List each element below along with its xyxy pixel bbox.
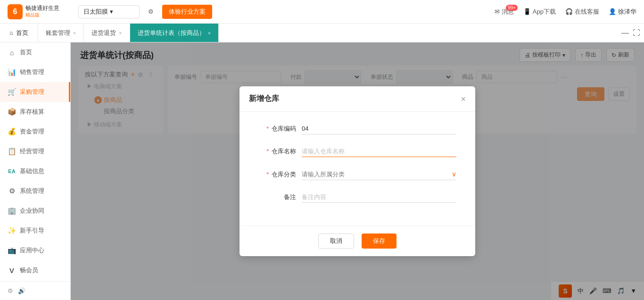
store-name: 日太阳膜 [83,8,108,16]
tab-bar: ⌂ 首页 账套管理 × 进货退货 × 进货单统计表（按商品） × — ⛶ [0,24,644,42]
modal-overlay[interactable]: 新增仓库 × * 仓库编码 * [71,42,644,300]
main-layout: ⌂ 首页 📊 销售管理 🛒 采购管理 📦 库存核算 💰 资金管理 📋 经营管理 … [0,42,644,300]
gear-icon: ⚙ [148,8,154,15]
form-row-category: * 仓库分类 ∨ [258,168,456,180]
form-category-label: * 仓库分类 [258,170,296,179]
brand-text: 畅捷通好生意 精品版 [25,5,59,19]
message-btn[interactable]: ✉ 消息 99+ [495,8,514,16]
gear-button[interactable]: ⚙ [143,4,158,19]
sidebar-item-app-center[interactable]: 📺 应用中心 [0,241,70,260]
tab-minimize-icon[interactable]: — [621,29,629,37]
tab-purchase-return[interactable]: 进货退货 × [84,24,130,42]
tab-bar-controls: — ⛶ [621,24,644,42]
mobile-icon: 📱 [523,8,531,15]
sidebar-item-system[interactable]: ⚙ 系统管理 [0,181,70,201]
modal-footer: 取消 保存 [239,225,475,256]
sidebar-operations-label: 经营管理 [20,147,44,156]
user-name-label: 徐泽华 [618,8,636,16]
tab-expand-icon[interactable]: ⛶ [633,29,640,37]
content-area: 进货单统计(按商品) 🖨 按模板打印 ▾ ↑ 导出 ↻ 刷新 [71,42,644,300]
home-icon: ⌂ [9,29,13,36]
warehouse-code-input[interactable] [302,123,456,134]
tab-home-label: 首页 [16,29,28,37]
app-center-icon: 📺 [8,246,16,255]
member-icon: V [8,266,16,275]
tab-accounts-label: 账套管理 [46,29,70,37]
tab-purchase-return-close-icon[interactable]: × [119,30,122,36]
modal-title: 新增仓库 [249,94,279,104]
inventory-icon: 📦 [8,108,16,116]
system-icon: ⚙ [8,187,16,195]
beginner-icon: ✨ [8,226,16,235]
sidebar-item-enterprise[interactable]: 🏢 企业协同 [0,201,70,221]
sidebar-system-label: 系统管理 [20,187,44,195]
sidebar-item-purchase[interactable]: 🛒 采购管理 [0,82,70,102]
category-arrow-icon: ∨ [452,170,456,178]
form-row-code: * 仓库编码 [258,123,456,134]
notification-badge: 99+ [506,5,518,11]
tab-purchase-return-label: 进货退货 [91,29,116,37]
tab-purchase-stats[interactable]: 进货单统计表（按商品） × [130,24,219,42]
form-name-label: * 仓库名称 [258,147,296,156]
sidebar: ⌂ 首页 📊 销售管理 🛒 采购管理 📦 库存核算 💰 资金管理 📋 经营管理 … [0,42,71,300]
sidebar-item-member[interactable]: V 畅会员 [0,260,70,280]
warehouse-remark-input[interactable] [302,192,456,203]
store-selector[interactable]: 日太阳膜 ▾ [78,5,140,18]
required-star-name: * [266,148,269,155]
purchase-icon: 🛒 [8,88,16,96]
app-download-btn[interactable]: 📱 App下载 [523,8,556,16]
sidebar-member-label: 畅会员 [20,266,38,275]
warehouse-name-input[interactable] [302,146,456,157]
sidebar-item-operations[interactable]: 📋 经营管理 [0,142,70,161]
warehouse-category-select[interactable]: ∨ [302,168,456,180]
sidebar-app-center-label: 应用中心 [20,246,44,255]
basic-info-icon: EA [8,167,16,175]
top-right-area: ✉ 消息 99+ 📱 App下载 🎧 在线客服 👤 徐泽华 [495,8,636,16]
enterprise-icon: 🏢 [8,207,16,215]
settings-bottom-icon[interactable]: ⚙ [8,287,13,294]
sidebar-home-label: 首页 [20,48,32,57]
trial-button[interactable]: 体验行业方案 [162,5,212,19]
headset-icon: 🎧 [565,8,573,15]
sidebar-enterprise-label: 企业协同 [20,207,44,215]
sidebar-item-sales[interactable]: 📊 销售管理 [0,62,70,82]
tab-home[interactable]: ⌂ 首页 [0,24,38,42]
online-service-btn[interactable]: 🎧 在线客服 [565,8,599,16]
brand-sub: 精品版 [25,12,59,18]
required-star-category: * [266,171,269,178]
user-avatar-icon: 👤 [609,8,616,15]
operations-icon: 📋 [8,147,16,156]
user-profile-btn[interactable]: 👤 徐泽华 [609,8,636,16]
message-icon: ✉ [495,8,500,15]
modal-body: * 仓库编码 * 仓库名称 [239,112,475,225]
sidebar-item-beginner[interactable]: ✨ 新手引导 [0,221,70,241]
category-input[interactable] [302,171,452,178]
tab-accounts-close-icon[interactable]: × [73,30,76,36]
sidebar-item-inventory[interactable]: 📦 库存核算 [0,102,70,122]
online-service-label: 在线客服 [575,8,599,16]
finance-icon: 💰 [8,127,16,136]
sidebar-bottom: ⚙ 🔊 [0,281,70,300]
sidebar-sales-label: 销售管理 [20,68,44,76]
sidebar-basic-info-label: 基础信息 [20,167,44,175]
sidebar-item-finance[interactable]: 💰 资金管理 [0,122,70,142]
app-logo-icon: 6 [8,4,23,19]
cancel-button[interactable]: 取消 [318,233,354,249]
add-warehouse-modal: 新增仓库 × * 仓库编码 * [239,86,475,256]
sales-icon: 📊 [8,68,16,76]
tab-purchase-stats-label: 进货单统计表（按商品） [138,29,205,37]
app-download-label: App下载 [533,8,556,16]
tab-purchase-stats-close-icon[interactable]: × [208,30,211,36]
store-chevron-icon: ▾ [110,8,113,15]
sidebar-item-basic-info[interactable]: EA 基础信息 [0,161,70,181]
tab-accounts[interactable]: 账套管理 × [38,24,84,42]
sidebar-purchase-label: 采购管理 [20,88,44,96]
top-nav: 6 畅捷通好生意 精品版 日太阳膜 ▾ ⚙ 体验行业方案 ✉ 消息 99+ 📱 … [0,0,644,24]
sidebar-beginner-label: 新手引导 [20,226,44,235]
save-button[interactable]: 保存 [362,233,396,249]
sidebar-item-home[interactable]: ⌂ 首页 [0,42,70,62]
logo-area: 6 畅捷通好生意 精品版 [8,4,78,19]
audio-icon[interactable]: 🔊 [18,287,25,294]
home-sidebar-icon: ⌂ [8,48,16,57]
modal-close-button[interactable]: × [461,95,466,103]
